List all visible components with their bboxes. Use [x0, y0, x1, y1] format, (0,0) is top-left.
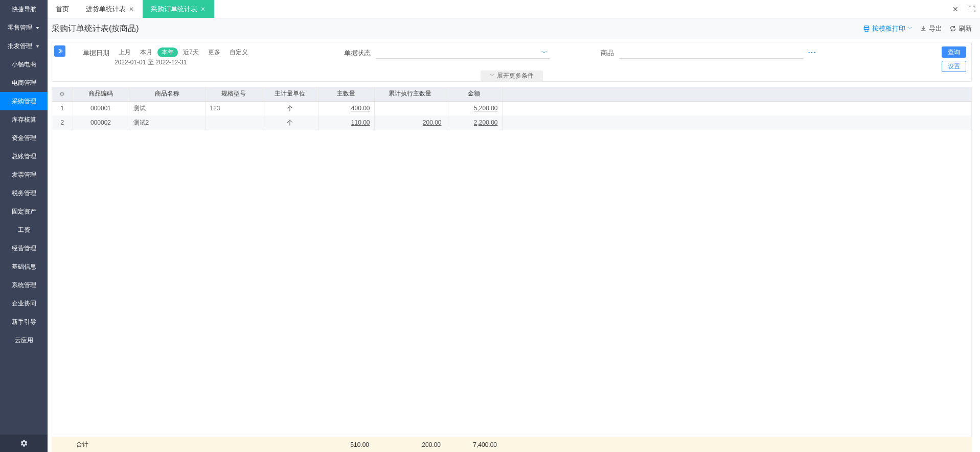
tab-2[interactable]: 采购订单统计表✕ [143, 0, 214, 18]
sidebar-settings[interactable] [0, 435, 48, 452]
export-label: 导出 [929, 24, 942, 33]
printer-icon [863, 25, 870, 32]
sidebar-item-label: 固定资产 [12, 207, 36, 216]
sidebar-item-9[interactable]: 发票管理 [0, 165, 48, 184]
main: 首页进货单统计表✕采购订单统计表✕ ✕ ⛶ 采购订单统计表(按商品) 按模板打印… [48, 0, 980, 452]
total-qty: 510.00 [317, 437, 374, 452]
sidebar-item-16[interactable]: 企业协同 [0, 294, 48, 313]
col-spec[interactable]: 规格型号 [206, 87, 262, 101]
export-icon [920, 25, 927, 32]
sidebar-item-4[interactable]: 电商管理 [0, 74, 48, 92]
sidebar-item-label: 零售管理 [8, 23, 32, 32]
col-code[interactable]: 商品编码 [73, 87, 129, 101]
col-unit[interactable]: 主计量单位 [262, 87, 318, 101]
tab-0[interactable]: 首页 [48, 0, 78, 18]
gear-icon [20, 439, 28, 447]
cell: 000002 [73, 115, 129, 130]
sidebar-item-label: 采购管理 [12, 97, 36, 106]
product-picker-button[interactable]: ··· [808, 47, 820, 56]
col-blank [502, 87, 971, 101]
gear-icon: ⚙ [59, 90, 65, 98]
drill-link[interactable]: 5,200.00 [474, 105, 498, 112]
search-button[interactable]: 查询 [942, 46, 966, 58]
sidebar-item-label: 资金管理 [12, 134, 36, 142]
date-chip-0[interactable]: 上月 [115, 47, 135, 57]
sidebar-item-8[interactable]: 总账管理 [0, 147, 48, 165]
cell: 2,200.00 [446, 115, 502, 130]
print-label: 按模板打印 [872, 24, 905, 33]
cell [502, 101, 971, 115]
total-row: 合计 510.00 200.00 7,400.00 [52, 437, 972, 452]
cell: 测试 [129, 101, 206, 115]
tab-1[interactable]: 进货单统计表✕ [78, 0, 143, 18]
column-settings[interactable]: ⚙ [52, 87, 73, 101]
col-exec[interactable]: 累计执行主数量 [374, 87, 446, 101]
close-icon[interactable]: ✕ [129, 6, 134, 13]
sidebar-item-label: 企业协同 [12, 299, 36, 308]
filter-settings-button[interactable]: 设置 [942, 61, 966, 72]
sidebar-item-0[interactable]: 快捷导航 [0, 0, 48, 18]
sidebar-item-label: 基础信息 [12, 263, 36, 271]
sidebar-item-7[interactable]: 资金管理 [0, 129, 48, 147]
drill-link[interactable]: 110.00 [351, 119, 370, 126]
cell: 000001 [73, 101, 129, 115]
chevron-down-icon: ▼ [35, 44, 40, 48]
sidebar-item-1[interactable]: 零售管理▼ [0, 18, 48, 37]
sidebar-item-2[interactable]: 批发管理▼ [0, 37, 48, 55]
sidebar-item-15[interactable]: 系统管理 [0, 276, 48, 294]
date-chip-3[interactable]: 近7天 [179, 47, 203, 57]
close-icon[interactable]: ✕ [200, 6, 206, 13]
col-qty[interactable]: 主数量 [318, 87, 374, 101]
sidebar-item-label: 云应用 [15, 336, 33, 345]
table-row[interactable]: 2000002测试2个110.00200.002,200.00 [52, 115, 971, 130]
sidebar-item-label: 总账管理 [12, 152, 36, 161]
sidebar-item-label: 批发管理 [8, 42, 32, 51]
status-select[interactable]: ﹀ [376, 47, 550, 59]
drill-link[interactable]: 400.00 [351, 105, 370, 112]
sidebar-item-label: 库存核算 [12, 115, 36, 124]
cell: 2 [52, 115, 73, 130]
fullscreen-toggle[interactable]: ⛶ [966, 3, 978, 15]
sidebar-item-6[interactable]: 库存核算 [0, 110, 48, 129]
sidebar-item-14[interactable]: 基础信息 [0, 257, 48, 276]
sidebar-item-18[interactable]: 云应用 [0, 331, 48, 349]
close-all-tabs[interactable]: ✕ [949, 3, 962, 15]
export-button[interactable]: 导出 [920, 24, 942, 33]
sidebar-item-10[interactable]: 税务管理 [0, 184, 48, 202]
cell: 123 [206, 101, 262, 115]
sidebar-item-11[interactable]: 固定资产 [0, 202, 48, 221]
sidebar-item-5[interactable]: 采购管理 [0, 92, 48, 110]
drill-link[interactable]: 2,200.00 [474, 119, 498, 126]
sidebar: 快捷导航零售管理▼批发管理▼小畅电商电商管理采购管理库存核算资金管理总账管理发票… [0, 0, 48, 452]
filter-status-label: 单据状态 [344, 47, 371, 58]
col-amt[interactable]: 金额 [446, 87, 502, 101]
date-chip-2[interactable]: 本年 [157, 47, 178, 57]
total-label: 合计 [72, 437, 128, 452]
sidebar-item-17[interactable]: 新手引导 [0, 313, 48, 331]
sidebar-item-12[interactable]: 工资 [0, 221, 48, 239]
sidebar-item-label: 税务管理 [12, 189, 36, 198]
expand-more-filters[interactable]: ﹀ 展开更多条件 [481, 70, 543, 81]
table-row[interactable]: 1000001测试123个400.005,200.00 [52, 101, 971, 115]
cell [374, 101, 446, 115]
sidebar-item-label: 电商管理 [12, 79, 36, 87]
chevron-down-icon: ﹀ [490, 72, 495, 79]
sidebar-item-13[interactable]: 经营管理 [0, 239, 48, 257]
page-header: 采购订单统计表(按商品) 按模板打印 ﹀ 导出 刷新 [48, 18, 980, 39]
page-title: 采购订单统计表(按商品) [52, 23, 139, 34]
collapse-filter-button[interactable] [54, 45, 65, 57]
refresh-button[interactable]: 刷新 [949, 24, 972, 33]
print-template-button[interactable]: 按模板打印 ﹀ [863, 24, 913, 33]
cell [502, 115, 971, 130]
date-chip-5[interactable]: 自定义 [225, 47, 252, 57]
sidebar-item-label: 快捷导航 [12, 5, 36, 14]
col-name[interactable]: 商品名称 [129, 87, 206, 101]
date-chip-1[interactable]: 本月 [136, 47, 156, 57]
drill-link[interactable]: 200.00 [423, 119, 442, 126]
refresh-icon [949, 25, 956, 32]
sidebar-item-label: 新手引导 [12, 318, 36, 326]
sidebar-item-3[interactable]: 小畅电商 [0, 55, 48, 74]
date-chip-4[interactable]: 更多 [204, 47, 224, 57]
product-select[interactable] [619, 47, 803, 59]
cell: 个 [262, 101, 318, 115]
